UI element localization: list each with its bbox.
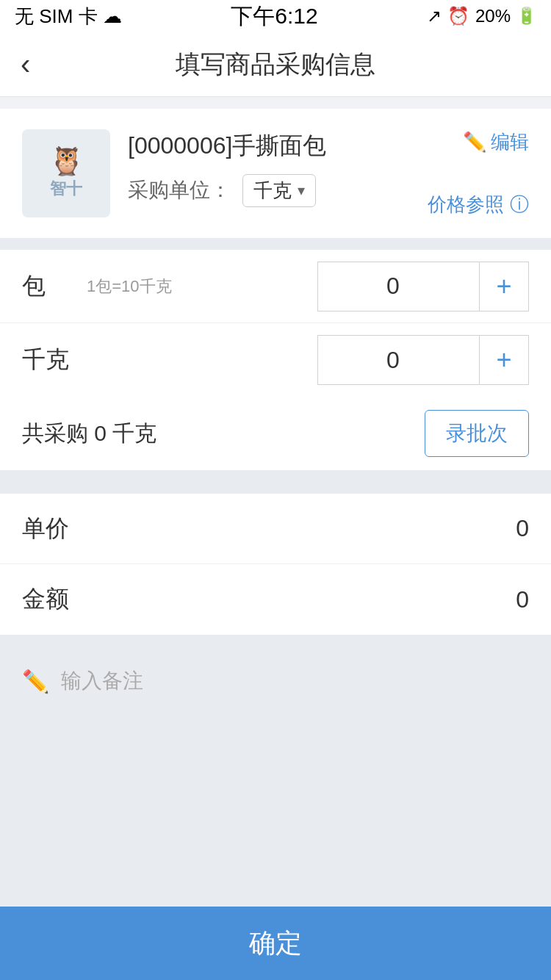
main-content: 🦉 智十 [0000006]手撕面包 采购单位： 千克 ▾ ✏️ 编辑 价格参照… bbox=[0, 109, 551, 980]
edit-icon: ✏️ bbox=[463, 131, 486, 154]
kg-input-row: 千克 + bbox=[0, 323, 551, 397]
unit-price-label: 单价 bbox=[22, 513, 69, 545]
question-icon: ⓘ bbox=[510, 192, 529, 217]
empty-space bbox=[0, 716, 551, 936]
chevron-down-icon: ▾ bbox=[298, 181, 305, 199]
back-button[interactable]: ‹ bbox=[21, 48, 30, 81]
unit-price-row: 单价 0 bbox=[0, 494, 551, 564]
kg-field-wrap: + bbox=[317, 335, 529, 385]
product-logo: 🦉 智十 bbox=[49, 147, 84, 200]
kg-input[interactable] bbox=[317, 335, 479, 385]
location-icon: ↗ bbox=[427, 6, 442, 26]
edit-button[interactable]: ✏️ 编辑 bbox=[463, 129, 529, 155]
bao-plus-button[interactable]: + bbox=[479, 262, 529, 311]
bao-input[interactable] bbox=[317, 262, 479, 311]
section-divider-1 bbox=[0, 238, 551, 250]
unit-label: 采购单位： bbox=[128, 176, 231, 204]
amount-value: 0 bbox=[516, 586, 529, 613]
logo-owl-icon: 🦉 bbox=[49, 147, 84, 175]
unit-value: 千克 bbox=[253, 178, 292, 203]
bao-sublabel: 1包=10千克 bbox=[87, 275, 317, 298]
battery-icon: 🔋 bbox=[516, 7, 536, 26]
kg-label: 千克 bbox=[22, 344, 81, 376]
summary-row: 共采购 0 千克 录批次 bbox=[0, 397, 551, 470]
status-bar: 无 SIM 卡 ☁ 下午6:12 ↗ ⏰ 20% 🔋 bbox=[0, 0, 551, 32]
confirm-button[interactable]: 确定 bbox=[0, 907, 551, 980]
remark-input[interactable]: 输入备注 bbox=[61, 667, 143, 695]
kg-plus-button[interactable]: + bbox=[479, 335, 529, 385]
product-image: 🦉 智十 bbox=[22, 129, 110, 217]
unit-price-value: 0 bbox=[516, 515, 529, 542]
status-left: 无 SIM 卡 ☁ bbox=[15, 4, 122, 29]
edit-label: 编辑 bbox=[491, 129, 529, 155]
sim-text: 无 SIM 卡 ☁ bbox=[15, 4, 122, 29]
batch-button[interactable]: 录批次 bbox=[425, 410, 529, 457]
price-section: 单价 0 金额 0 bbox=[0, 494, 551, 635]
summary-text: 共采购 0 千克 bbox=[22, 419, 156, 449]
quantity-input-section: 包 1包=10千克 + 千克 + bbox=[0, 250, 551, 397]
battery-text: 20% bbox=[475, 6, 511, 26]
logo-brand-text: 智十 bbox=[50, 178, 82, 200]
price-ref-label: 价格参照 bbox=[428, 192, 504, 217]
nav-bar: ‹ 填写商品采购信息 bbox=[0, 32, 551, 97]
unit-select[interactable]: 千克 ▾ bbox=[242, 174, 316, 207]
pencil-icon: ✏️ bbox=[22, 669, 49, 694]
status-time: 下午6:12 bbox=[231, 1, 317, 32]
remark-section[interactable]: ✏️ 输入备注 bbox=[0, 646, 551, 716]
section-divider-2 bbox=[0, 470, 551, 482]
price-ref-button[interactable]: 价格参照 ⓘ bbox=[428, 192, 529, 217]
page-title: 填写商品采购信息 bbox=[176, 48, 375, 82]
amount-row: 金额 0 bbox=[0, 564, 551, 635]
bao-label: 包 bbox=[22, 270, 81, 303]
amount-label: 金额 bbox=[22, 583, 69, 616]
bao-input-row: 包 1包=10千克 + bbox=[0, 250, 551, 323]
bao-field-wrap: + bbox=[317, 262, 529, 311]
confirm-label: 确定 bbox=[249, 926, 302, 962]
product-card: 🦉 智十 [0000006]手撕面包 采购单位： 千克 ▾ ✏️ 编辑 价格参照… bbox=[0, 109, 551, 238]
alarm-icon: ⏰ bbox=[447, 6, 469, 26]
status-right: ↗ ⏰ 20% 🔋 bbox=[427, 6, 536, 26]
